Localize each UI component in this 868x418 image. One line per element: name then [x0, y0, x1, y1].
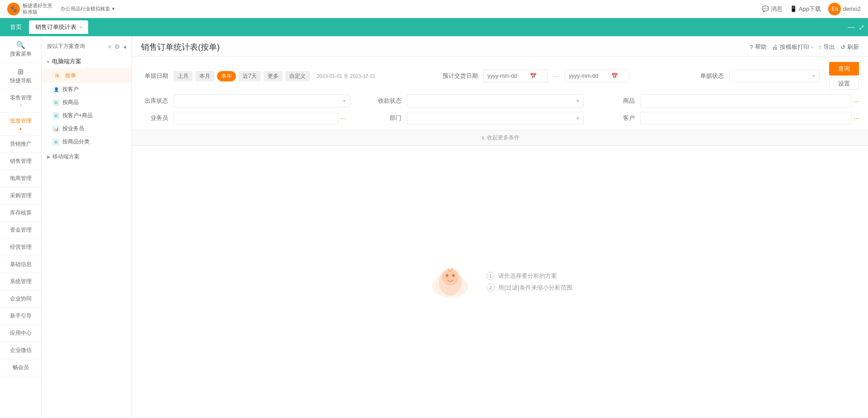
refresh-icon: ↺ [840, 44, 845, 51]
collapse-panel-btn[interactable]: ◂ [123, 43, 126, 50]
mobile-section-label[interactable]: ▶ 移动端方案 [42, 150, 132, 163]
order-status-select[interactable] [729, 70, 820, 82]
calendar-end-icon: 📅 [611, 73, 618, 79]
sidebar-item-sales[interactable]: 销售管理 [0, 153, 41, 170]
left-panel-header: 按以下方案查询 + ⚙ ◂ [42, 40, 132, 53]
svg-point-3 [446, 274, 448, 277]
setting-btn[interactable]: 设置 [829, 77, 859, 90]
store-selector[interactable]: 办公用品行业模拟账套 ▾ [57, 5, 118, 12]
sidebar-item-wholesale[interactable]: 批发管理 ▴ [0, 113, 41, 136]
product-icon: ⊞ [52, 99, 60, 106]
action-buttons: 查询 设置 [829, 62, 859, 90]
export-btn[interactable]: ↑ 导出 [819, 43, 835, 51]
salesperson-label: 业务员 [141, 114, 168, 122]
department-select[interactable] [407, 112, 584, 124]
tab-bar: 首页 销售订单统计表 × — ⤢ [0, 18, 868, 36]
customer-product-icon: ⊞ [52, 112, 60, 119]
page-header: 销售订单统计表(按单) ? 帮助 🖨 按模板打印 ▾ ↑ 导出 [132, 36, 868, 57]
date-btn-custom[interactable]: 自定义 [285, 71, 310, 81]
user-profile[interactable]: Ea demo2 [828, 3, 861, 15]
customer-ellipsis-btn[interactable]: ··· [854, 114, 859, 122]
main-layout: 🔍 搜索菜单 ⊞ 快捷导航 零售管理 ▾ 批发管理 ▴ 营销推广 销售管理 电商… [0, 36, 868, 418]
scheme-by-order[interactable]: 按 按单 [42, 68, 132, 83]
refresh-btn[interactable]: ↺ 刷新 [840, 43, 859, 51]
search-btn[interactable]: 查询 [829, 62, 859, 76]
date-btn-last-month[interactable]: 上月 [174, 71, 193, 81]
salesperson-input[interactable] [174, 112, 338, 124]
settings-scheme-btn[interactable]: ⚙ [114, 43, 120, 50]
empty-hint-2: 2 用[过滤]条件来缩小分析范围 [486, 284, 572, 292]
empty-hints: 1 请先选择要分析的方案 2 用[过滤]条件来缩小分析范围 [486, 272, 572, 292]
tab-minimize-btn[interactable]: — [848, 23, 855, 32]
sidebar-item-basicinfo[interactable]: 基础信息 [0, 256, 41, 273]
filter-row-3: 业务员 ··· 部门 ▾ 客户 ··· [141, 112, 859, 124]
salesperson-icon: 📊 [52, 125, 60, 133]
customer-label: 客户 [608, 114, 635, 122]
date-btn-last7[interactable]: 近7天 [239, 71, 261, 81]
order-status-label: 单据状态 [697, 72, 724, 80]
salesperson-ellipsis-btn[interactable]: ··· [340, 114, 345, 122]
customer-input[interactable] [640, 112, 852, 124]
print-icon: 🖨 [772, 44, 778, 51]
help-btn[interactable]: ? 帮助 [750, 43, 766, 51]
expected-date-start[interactable] [487, 73, 528, 79]
empty-state: 1 请先选择要分析的方案 2 用[过滤]条件来缩小分析范围 [132, 146, 868, 418]
sidebar-item-appstore[interactable]: 应用中心 [0, 325, 41, 342]
app-download-btn[interactable]: 📱 App下载 [790, 5, 821, 13]
top-bar: 🐾 畅捷通好生意 标准版 办公用品行业模拟账套 ▾ 💬 消息 📱 App下载 E… [0, 0, 868, 18]
scheme-by-product-category[interactable]: ⊞ 按商品分类 [42, 135, 132, 148]
product-input[interactable] [640, 95, 852, 107]
tab-expand-btn[interactable]: ⤢ [859, 23, 864, 32]
sidebar-item-enterprise[interactable]: 企业协同 [0, 290, 41, 308]
sidebar-quick-nav[interactable]: ⊞ 快捷导航 [0, 63, 41, 90]
sidebar-item-operations[interactable]: 经营管理 [0, 239, 41, 256]
sidebar-item-inventory[interactable]: 库存核算 [0, 204, 41, 222]
sidebar-item-wxwork[interactable]: 企业微信 [0, 342, 41, 359]
scheme-by-product[interactable]: ⊞ 按商品 [42, 96, 132, 109]
date-btn-this-month[interactable]: 本月 [195, 71, 214, 81]
date-range-text: 2023-01-01 至 2023-12-31 [317, 73, 376, 80]
sidebar-item-finance[interactable]: 资金管理 [0, 222, 41, 239]
sidebar-item-system[interactable]: 系统管理 [0, 273, 41, 290]
category-icon: ⊞ [52, 138, 60, 146]
sidebar-item-purchase[interactable]: 采购管理 [0, 187, 41, 204]
message-btn[interactable]: 💬 消息 [762, 5, 783, 13]
right-panel: 销售订单统计表(按单) ? 帮助 🖨 按模板打印 ▾ ↑ 导出 [132, 36, 868, 418]
department-label: 部门 [374, 114, 401, 122]
print-btn[interactable]: 🖨 按模板打印 ▾ [772, 43, 813, 51]
sidebar-item-retail[interactable]: 零售管理 ▾ [0, 90, 41, 113]
scheme-by-customer[interactable]: 👤 按客户 [42, 83, 132, 96]
expected-date-label: 预计交货日期 [443, 72, 478, 80]
expected-date-end[interactable] [569, 73, 609, 79]
logo-icon: 🐾 [7, 3, 20, 15]
page-actions: ? 帮助 🖨 按模板打印 ▾ ↑ 导出 ↺ 刷新 [750, 43, 859, 51]
scheme-by-salesperson[interactable]: 📊 按业务员 [42, 122, 132, 135]
tree-parent-desktop[interactable]: ▾ 电脑端方案 [42, 55, 132, 68]
date-filter-group: 上月 本月 本年 近7天 更多 自定义 [174, 71, 310, 81]
date-btn-more[interactable]: 更多 [264, 71, 283, 81]
empty-illustration [428, 259, 473, 304]
tab-home[interactable]: 首页 [4, 20, 28, 34]
logo-text: 畅捷通好生意 标准版 [23, 3, 52, 14]
add-scheme-btn[interactable]: + [108, 43, 112, 50]
tab-close-icon[interactable]: × [79, 24, 82, 30]
payment-status-select[interactable] [407, 95, 584, 107]
shipment-status-select[interactable] [174, 95, 350, 107]
expected-date-end-wrap[interactable]: 📅 [565, 70, 629, 82]
sidebar-item-ecommerce[interactable]: 电商管理 [0, 170, 41, 187]
sidebar-search[interactable]: 🔍 搜索菜单 [0, 36, 41, 63]
shipment-status-label: 出库状态 [141, 97, 168, 105]
logo-area: 🐾 畅捷通好生意 标准版 [7, 3, 52, 15]
scheme-by-customer-product[interactable]: ⊞ 按客户+商品 [42, 109, 132, 122]
product-ellipsis-btn[interactable]: ··· [854, 97, 859, 104]
sidebar-item-newbie[interactable]: 新手引导 [0, 308, 41, 325]
sidebar-item-marketing[interactable]: 营销推广 [0, 136, 41, 153]
message-icon: 💬 [762, 5, 769, 12]
expected-date-start-wrap[interactable]: 📅 [483, 70, 548, 82]
empty-hint-1: 1 请先选择要分析的方案 [486, 272, 572, 280]
order-icon: 按 [52, 71, 61, 80]
collapse-bar[interactable]: ∧ 收起更多条件 [132, 130, 868, 146]
date-btn-this-year[interactable]: 本年 [217, 71, 236, 81]
sidebar-item-member[interactable]: 畅会员 [0, 359, 41, 376]
tab-sales-order[interactable]: 销售订单统计表 × [29, 20, 88, 34]
